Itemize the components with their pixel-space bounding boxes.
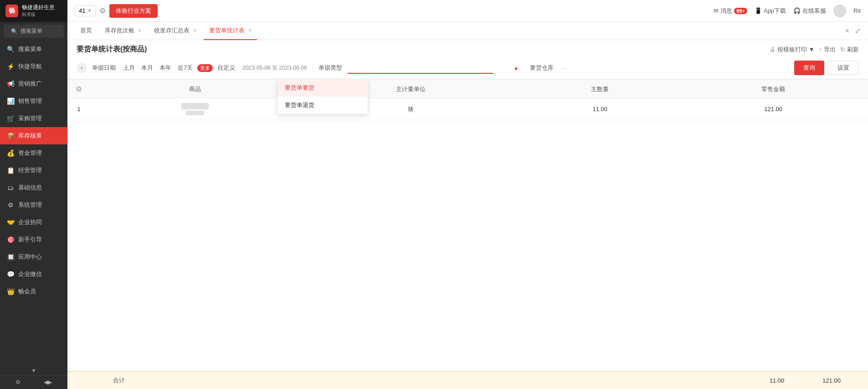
- tab-inventory-batch-close-icon[interactable]: ×: [138, 27, 141, 34]
- nav-label-appstore: 应用中心: [18, 253, 42, 261]
- dropdown-item-order[interactable]: 要货单要货: [277, 79, 368, 97]
- product-name-placeholder: [181, 103, 209, 109]
- sidebar-settings-btn[interactable]: ⚙: [15, 379, 21, 385]
- settings-button[interactable]: 设置: [828, 61, 859, 75]
- sidebar-scroll-down[interactable]: ▼: [0, 366, 67, 375]
- sidebar-item-inventory[interactable]: 📦库存核算: [0, 127, 67, 144]
- sidebar-item-finance[interactable]: 💰资金管理: [0, 144, 67, 162]
- nav-icon-system: ⚙: [6, 201, 15, 209]
- date-btn-this-year[interactable]: 本年: [158, 63, 173, 73]
- top-header: 41 ▼ ⚙ 体验行业方案 ✉ 消息 99+ 📱 App下载 🎧 在线客服 Ri…: [67, 0, 868, 22]
- tab-expand-icon[interactable]: ⤢: [855, 26, 861, 35]
- date-btn-this-month[interactable]: 本月: [139, 63, 155, 73]
- sidebar-collapse-btn[interactable]: ◀▶: [44, 379, 52, 385]
- warehouse-more-icon[interactable]: ···: [561, 65, 566, 72]
- nav-icon-purchase: 🛒: [6, 114, 15, 123]
- date-btn-7days[interactable]: 近7天: [176, 63, 195, 73]
- sidebar-item-business[interactable]: 📋经营管理: [0, 162, 67, 179]
- footer-total-label: 合计: [113, 376, 750, 384]
- trial-button[interactable]: 体验行业方案: [109, 4, 158, 18]
- sidebar-item-system[interactable]: ⚙系统管理: [0, 196, 67, 214]
- sidebar-bottom: ⚙ ◀▶: [0, 375, 67, 389]
- search-icon: 🔍: [11, 28, 18, 35]
- nav-icon-basic: 🗂: [6, 184, 15, 192]
- filter-divider: [313, 63, 313, 72]
- sidebar-item-wechat[interactable]: 💬企业微信: [0, 266, 67, 283]
- date-btn-custom[interactable]: 自定义: [216, 63, 237, 73]
- print-chevron-icon: ▼: [809, 46, 815, 53]
- tab-recv-summary-close-icon[interactable]: ×: [193, 27, 196, 34]
- sidebar-item-member[interactable]: 👑畅会员: [0, 283, 67, 300]
- app-download-action[interactable]: 📱 App下载: [755, 7, 786, 15]
- nav-label-wechat: 企业微信: [18, 270, 42, 278]
- product-cell: [96, 103, 294, 115]
- sidebar-search[interactable]: 🔍 搜索菜单: [4, 25, 64, 38]
- sidebar-item-basic[interactable]: 🗂基础信息: [0, 179, 67, 196]
- print-icon: 🖨: [770, 46, 776, 53]
- service-label: 在线客服: [802, 7, 826, 15]
- nav-label-system: 系统管理: [18, 201, 42, 209]
- tab-bar: 首页 库存批次账 × 收发存汇总表 × 要货单统计表 × × ⤢: [67, 22, 868, 40]
- message-action[interactable]: ✉ 消息 99+: [714, 7, 747, 15]
- customer-service-action[interactable]: 🎧 在线客服: [793, 7, 826, 15]
- service-icon: 🎧: [793, 7, 801, 14]
- type-filter-arrow-icon: ▲: [514, 65, 519, 71]
- tab-home[interactable]: 首页: [75, 22, 98, 40]
- tab-order-stats-label: 要货单统计表: [209, 26, 245, 35]
- print-action[interactable]: 🖨 按模板打印 ▼: [770, 46, 815, 54]
- nav-icon-enterprise: 🤝: [6, 218, 15, 226]
- tab-inventory-batch[interactable]: 库存批次账 ×: [99, 22, 147, 40]
- user-avatar[interactable]: [833, 5, 846, 17]
- sidebar-item-search[interactable]: 🔍搜索菜单: [0, 41, 67, 58]
- nav-icon-sales: 📊: [6, 97, 15, 105]
- date-btn-last-month[interactable]: 上月: [121, 63, 137, 73]
- nav-icon-marketing: 📢: [6, 80, 15, 88]
- page-title: 要货单统计表(按商品): [77, 45, 147, 54]
- query-button[interactable]: 查询: [794, 61, 824, 75]
- sidebar-item-appstore[interactable]: 🔲应用中心: [0, 248, 67, 266]
- sidebar-item-sales[interactable]: 📊销售管理: [0, 92, 67, 110]
- col-header-quantity: 主数量: [521, 80, 678, 98]
- tab-close-all-icon[interactable]: ×: [845, 27, 849, 35]
- table-footer: 合计 11.00 121.00: [67, 371, 868, 389]
- cell-quantity: 11.00: [521, 98, 678, 120]
- nav-label-inventory: 库存核算: [18, 132, 42, 140]
- footer-amount: 121.00: [804, 377, 859, 384]
- refresh-action[interactable]: ↻ 刷新: [840, 46, 859, 54]
- sidebar-item-purchase[interactable]: 🛒采购管理: [0, 110, 67, 127]
- table-row: 1 块 11.00 121.00: [67, 98, 868, 120]
- nav-label-basic: 基础信息: [18, 184, 42, 192]
- nav-label-enterprise: 企业协同: [18, 218, 42, 226]
- nav-label-finance: 资金管理: [18, 149, 42, 157]
- filter-expand-button[interactable]: ›: [77, 63, 87, 73]
- type-filter-input[interactable]: [348, 62, 493, 74]
- product-sub-placeholder: [186, 111, 204, 115]
- user-name: Rit: [853, 7, 861, 14]
- tab-order-stats-close-icon[interactable]: ×: [248, 27, 252, 34]
- sidebar-item-marketing[interactable]: 📢营销推广: [0, 75, 67, 92]
- sidebar-item-newbie[interactable]: 🎯新手引导: [0, 231, 67, 248]
- table-settings-icon[interactable]: ⚙: [76, 85, 82, 93]
- dropdown-item-return[interactable]: 要货单退货: [277, 97, 368, 114]
- nav-icon-member: 👑: [6, 287, 15, 296]
- tab-recv-summary[interactable]: 收发存汇总表 ×: [149, 22, 202, 40]
- date-more-badge[interactable]: 更多: [197, 64, 213, 72]
- data-table-area: ⚙ 商品 主计量单位 主数量 零售金额 1 块 11.00: [67, 80, 868, 371]
- export-label: 导出: [824, 46, 836, 54]
- nav-icon-wechat: 💬: [6, 270, 15, 278]
- nav-label-search: 搜索菜单: [18, 45, 42, 53]
- app-icon: 📱: [755, 7, 762, 14]
- export-icon: ↑: [819, 46, 822, 53]
- sidebar-logo: 畅 畅捷通好生意 标准版: [0, 0, 67, 22]
- tab-order-stats[interactable]: 要货单统计表 ×: [204, 22, 257, 40]
- nav-label-purchase: 采购管理: [18, 114, 42, 123]
- sidebar-item-quicknav[interactable]: ⚡快捷导航: [0, 58, 67, 75]
- store-selector[interactable]: 41 ▼: [75, 5, 96, 16]
- sidebar-item-enterprise[interactable]: 🤝企业协同: [0, 214, 67, 231]
- warehouse-filter-label: 要货仓库: [530, 64, 554, 72]
- col-header-index: ⚙: [67, 80, 90, 98]
- header-gear-icon[interactable]: ⚙: [99, 6, 106, 15]
- export-action[interactable]: ↑ 导出: [819, 46, 836, 54]
- nav-icon-inventory: 📦: [6, 132, 15, 140]
- footer-quantity: 11.00: [750, 377, 804, 384]
